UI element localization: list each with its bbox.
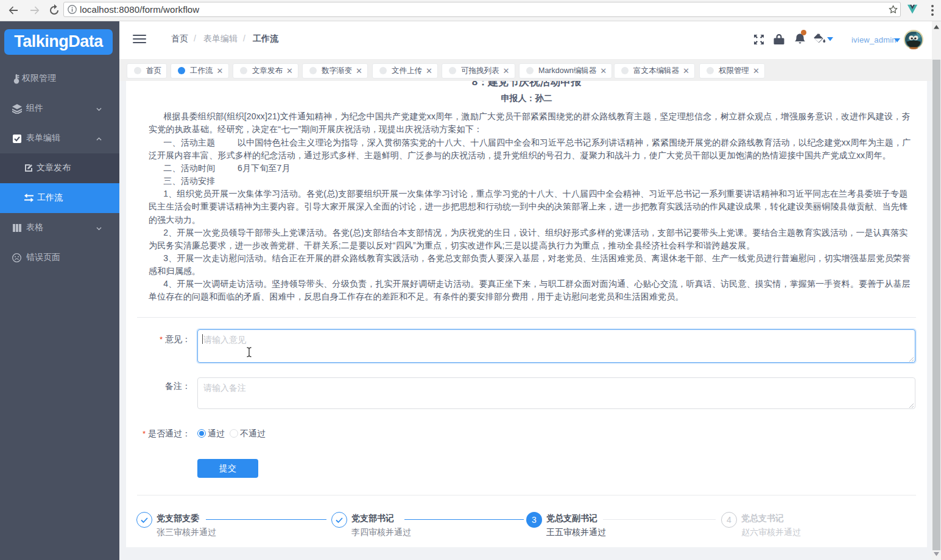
svg-text:3: 3 <box>532 515 537 525</box>
svg-text:4: 4 <box>727 515 731 525</box>
